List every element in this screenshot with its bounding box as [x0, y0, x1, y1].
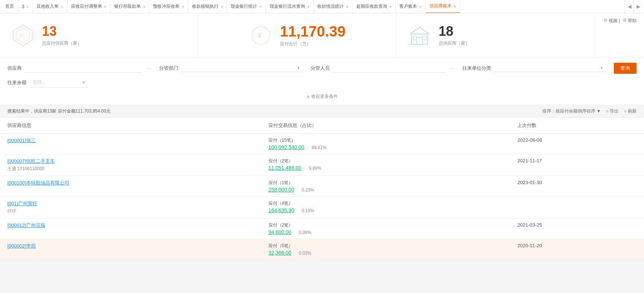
nav-tab-advance-collect[interactable]: 预收冲应收单 × — [149, 0, 188, 13]
supplier-link[interactable]: [000001]张三 — [7, 138, 36, 143]
nav-tab-supplier-acct[interactable]: 供应商账本 × — [426, 0, 460, 13]
supplier-input[interactable] — [25, 64, 142, 73]
table-row: [001]广州荣轩仔仔应付（4笔）164,635.900.15% — [0, 197, 644, 218]
close-tab-other-income[interactable]: × — [61, 4, 63, 9]
supplier-sub-info: 仔仔 — [7, 208, 254, 214]
table-row: [000012]广州贝瑞应付（2笔）94,600.000.08%2021-03-… — [0, 218, 644, 239]
close-tab-bank-deposit[interactable]: × — [143, 4, 145, 9]
stats-header: ◇ 13 总应付供应商（家） ¥ 11,170.39 应付合计（万） — [0, 13, 644, 58]
close-tab-overdue-collect[interactable]: × — [389, 4, 392, 9]
ap-amount-row: 258,000.000.23% — [269, 187, 503, 193]
balance-select[interactable]: 选择... ▼ — [29, 77, 88, 87]
supplier-link[interactable]: [000007]恒旺二手叉车 — [7, 158, 55, 164]
close-tab-advance-collect[interactable]: × — [182, 4, 184, 9]
ap-amount-row: 32,366.000.03% — [269, 250, 503, 256]
nav-tab-ap-adjust[interactable]: 应收应付调整单 × — [67, 0, 111, 13]
person-input[interactable] — [333, 64, 445, 73]
nav-arrow-left[interactable]: ◀ — [625, 0, 634, 13]
supplier-link[interactable]: [000002]李四 — [7, 243, 36, 249]
video-link[interactable]: 视频 — [609, 18, 617, 24]
supplier-link[interactable]: [001]广州荣轩 — [7, 201, 37, 206]
nav-arrow-right[interactable]: ▶ — [634, 0, 643, 13]
refresh-label: 刷新 — [628, 108, 637, 114]
ap-amount-row: 11,051,486.009.89% — [269, 165, 503, 171]
close-tab-3[interactable]: × — [27, 4, 29, 9]
close-tab-customer-acct[interactable]: × — [419, 4, 421, 9]
category-select[interactable]: ▼ — [494, 65, 607, 72]
supplier-dots-icon[interactable]: ··· — [147, 65, 151, 72]
ap-percentage: 0.08% — [299, 230, 311, 235]
ap-amount-link[interactable]: 11,051,486.00 — [269, 165, 302, 171]
stat-info-total-suppliers: 18 总供应商（家） — [439, 24, 470, 46]
refresh-button[interactable]: ○ 刷新 — [624, 108, 637, 114]
nav-tab-collect-audit[interactable]: 收款核销执行 × — [188, 0, 227, 13]
supplier-info-cell: [000012]广州贝瑞 — [0, 218, 261, 239]
supplier-label: 供应商 — [7, 65, 22, 72]
result-text: 搜索结果中，供应商13家 应付金额111,703,854.00元 — [7, 108, 111, 114]
close-tab-ap-adjust[interactable]: × — [104, 4, 106, 9]
sort-label[interactable]: 排序：按应付余额倒序排序 ▼ — [542, 108, 601, 114]
export-button[interactable]: ○ 导出 — [606, 108, 619, 114]
last-pay-cell: 2021-03-25 — [510, 218, 644, 239]
ap-amount-link[interactable]: 94,600.00 — [269, 229, 291, 235]
close-tab-cash-bank-flow[interactable]: × — [307, 4, 309, 9]
help-link[interactable]: 帮助 — [628, 18, 637, 24]
nav-tab-other-income-label: 其他收入单 — [36, 3, 59, 10]
ap-amount-link[interactable]: 32,366.00 — [269, 250, 291, 256]
close-tab-cash-bank-stat[interactable]: × — [259, 4, 262, 9]
result-bar-right: 排序：按应付余额倒序排序 ▼ ○ 导出 ○ 刷新 — [542, 108, 637, 114]
close-tab-collect-audit[interactable]: × — [221, 4, 223, 9]
ap-count: 应付（2笔） — [269, 222, 503, 228]
nav-tab-overdue-collect[interactable]: 超期应收款查询 × — [353, 0, 396, 13]
nav-tab-customer-acct-label: 客户账本 — [399, 3, 417, 10]
nav-tab-bank-deposit[interactable]: 银行存取款单 × — [111, 0, 149, 13]
category-dropdown-icon: ▼ — [600, 66, 603, 70]
collapse-bar: ∧ 收起更多条件 — [7, 91, 637, 101]
nav-tab-home[interactable]: 首页 — [1, 0, 18, 13]
supplier-link[interactable]: [000100]本特勤油品有限公司 — [7, 180, 69, 186]
last-pay-cell: 2020-11-20 — [510, 239, 644, 260]
ap-amount-link[interactable]: 258,000.00 — [269, 187, 294, 193]
nav-tab-customer-acct[interactable]: 客户账本 × — [396, 0, 426, 13]
ap-count: 应付（1笔） — [269, 180, 503, 186]
stat-card-suppliers: ◇ 13 总应付供应商（家） — [0, 13, 198, 57]
supplier-link[interactable]: [000012]广州贝瑞 — [7, 223, 45, 228]
total-ap-suppliers-value: 13 — [42, 24, 82, 39]
supplier-icon: ◇ — [11, 24, 35, 47]
ap-amount-link[interactable]: 164,635.90 — [269, 207, 294, 213]
nav-tab-cash-bank-flow[interactable]: 现金银行流水查询 × — [266, 0, 314, 13]
nav-tab-cash-bank-stat[interactable]: 现金银行统计 × — [227, 0, 266, 13]
dept-select[interactable]: ▼ — [181, 65, 304, 72]
close-tab-collect-stat[interactable]: × — [346, 4, 348, 9]
ap-amount-link[interactable]: 100,092,540.00 — [269, 144, 304, 150]
stat-info-suppliers: 13 总应付供应商（家） — [42, 24, 82, 46]
stat-card-ap-total: ¥ 11,170.39 应付合计（万） — [198, 13, 396, 57]
nav-tab-cash-bank-flow-label: 现金银行流水查询 — [270, 3, 305, 10]
sort-text: 排序：按应付余额倒序排序 — [542, 108, 595, 114]
table-row: [000100]本特勤油品有限公司应付（1笔）258,000.000.23%20… — [0, 176, 644, 197]
total-suppliers-value: 18 — [439, 24, 470, 39]
export-icon: ○ — [606, 108, 610, 114]
ap-percentage: 0.15% — [302, 208, 314, 213]
ap-total-label: 应付合计（万） — [280, 41, 346, 47]
collapse-button[interactable]: ∧ 收起更多条件 — [307, 93, 338, 100]
supplier-info-cell: [000007]恒旺二手叉车王通 17106110000 — [0, 154, 261, 176]
nav-tab-advance-collect-label: 预收冲应收单 — [153, 3, 179, 10]
ap-info-cell: 应付（1笔）258,000.000.23% — [261, 176, 510, 197]
dept-label: 分管部门 — [159, 65, 178, 72]
nav-tab-collect-stat[interactable]: 收款情况统计 × — [314, 0, 352, 13]
nav-tab-3[interactable]: 3 × — [18, 0, 33, 13]
supplier-info-cell: [000001]张三 — [0, 134, 261, 154]
nav-tab-3-label: 3 — [22, 4, 24, 9]
person-dots-icon[interactable]: ··· — [450, 65, 455, 72]
balance-label: 往来余额 — [7, 79, 27, 86]
ap-percentage: 0.23% — [302, 187, 314, 193]
category-label: 往来单位分类 — [462, 65, 491, 72]
ap-count: 应付（15笔） — [269, 137, 503, 144]
search-button[interactable]: 查询 — [614, 63, 637, 74]
close-tab-supplier-acct[interactable]: × — [454, 4, 456, 8]
nav-tab-other-income[interactable]: 其他收入单 × — [33, 0, 67, 13]
nav-tab-home-label: 首页 — [5, 3, 14, 10]
stat-info-ap-total: 11,170.39 应付合计（万） — [280, 23, 346, 47]
last-pay-cell: 2022-08-08 — [510, 134, 644, 154]
